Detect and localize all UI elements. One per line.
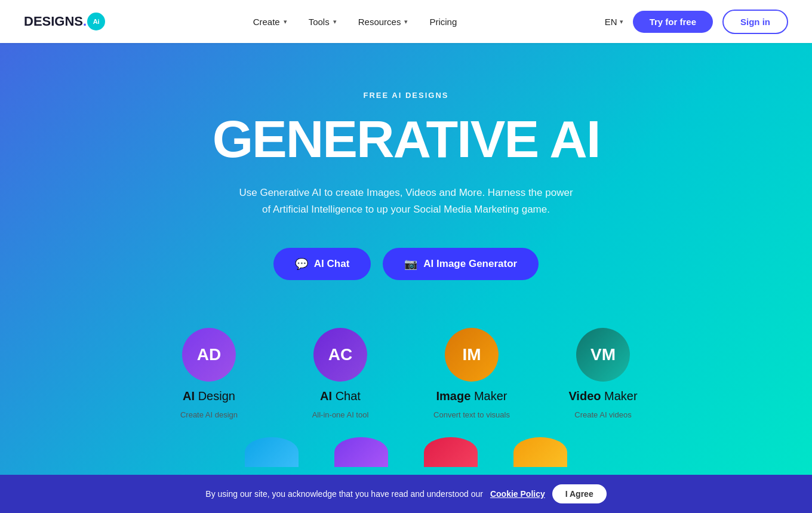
chevron-down-icon: ▾ [404,18,408,26]
try-for-free-button[interactable]: Try for free [633,11,713,33]
language-selector[interactable]: EN ▾ [605,17,623,27]
tool-avatar-partial-3 [424,437,478,467]
chat-icon: 💬 [295,257,308,271]
logo-dot: . [83,14,87,29]
tool-desc-ad: Create AI design [180,410,238,419]
tool-desc-vm: Create AI videos [574,410,631,419]
logo-text-d: DESIGNS [24,14,83,29]
tool-card-im[interactable]: IM Image Maker Convert text to visuals [424,328,519,419]
hero-subtitle: Use Generative AI to create Images, Vide… [239,185,573,218]
logo[interactable]: DESIGNS. Ai [24,13,105,30]
tool-name-vm: Video Maker [568,389,637,403]
tool-avatar-im: IM [445,328,499,382]
tool-avatar-vm: VM [576,328,630,382]
tool-name-ad: AI Design [183,389,235,403]
tool-name-ac: AI Chat [320,389,361,403]
tool-avatar-ac: AC [313,328,367,382]
nav-item-create[interactable]: Create ▾ [253,17,287,27]
cookie-agree-button[interactable]: I Agree [552,484,607,491]
image-icon: 📷 [404,257,417,271]
cookie-policy-link[interactable]: Cookie Policy [490,489,545,491]
tool-name-im: Image Maker [436,389,508,403]
nav-item-pricing[interactable]: Pricing [429,17,457,27]
cookie-text: By using our site, you acknowledge that … [205,489,483,491]
navbar: DESIGNS. Ai Create ▾ Tools ▾ Resources ▾… [0,0,812,43]
sign-in-button[interactable]: Sign in [722,10,788,34]
hero-title: GENERATIVE AI [213,112,600,167]
hero-buttons: 💬 AI Chat 📷 AI Image Generator [273,248,539,280]
chevron-down-icon: ▾ [284,18,287,26]
nav-item-tools[interactable]: Tools ▾ [309,17,337,27]
tool-avatar-partial-1 [245,437,299,467]
tool-desc-im: Convert text to visuals [433,410,510,419]
tool-avatar-ad: AD [182,328,236,382]
tool-desc-ac: All-in-one AI tool [312,410,369,419]
chevron-down-icon: ▾ [620,18,623,26]
tool-avatar-partial-2 [334,437,388,467]
nav-links: Create ▾ Tools ▾ Resources ▾ Pricing [253,17,457,27]
tools-section: AD AI Design Create AI design AC AI Chat… [137,322,675,431]
tool-card-ac[interactable]: AC AI Chat All-in-one AI tool [293,328,388,419]
ai-chat-button[interactable]: 💬 AI Chat [273,248,371,280]
nav-actions: EN ▾ Try for free Sign in [605,10,788,34]
chevron-down-icon: ▾ [333,18,337,26]
ai-image-generator-button[interactable]: 📷 AI Image Generator [383,248,539,280]
hero-section: FREE AI DESIGNS GENERATIVE AI Use Genera… [0,43,812,491]
nav-item-resources[interactable]: Resources ▾ [358,17,408,27]
tools-bottom-partial [221,431,591,467]
cookie-banner: By using our site, you acknowledge that … [0,475,812,491]
tool-avatar-partial-4 [513,437,567,467]
logo-ai-badge: Ai [87,13,105,30]
hero-tag: FREE AI DESIGNS [364,91,449,100]
tool-card-ad[interactable]: AD AI Design Create AI design [161,328,257,419]
tool-card-vm[interactable]: VM Video Maker Create AI videos [555,328,651,419]
